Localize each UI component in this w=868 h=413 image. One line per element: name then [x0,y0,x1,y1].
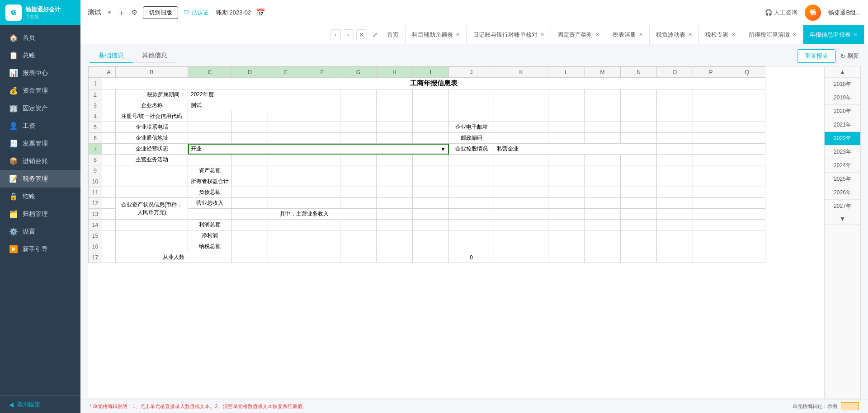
cell-B8[interactable]: 主营业务活动 [116,155,188,165]
sidebar-item-archive[interactable]: 🗂️归档管理 [0,205,80,223]
cell-r11-c3[interactable] [232,187,268,198]
cell-r10-c4[interactable] [268,176,304,187]
cell-r16-c6[interactable] [340,241,377,252]
cell-r13-c8[interactable] [413,209,449,220]
year-scroll-down[interactable]: ▼ [825,213,860,225]
cell-r4-c10[interactable] [494,111,548,122]
cell-r14-c7[interactable] [377,220,413,230]
cell-r3-c12[interactable] [585,100,621,111]
cell-r11-c15[interactable] [693,187,729,198]
cell-r9-c12[interactable] [585,165,621,176]
cell-r10-c11[interactable] [548,176,585,187]
cell-r7-c0[interactable] [102,144,116,155]
cell-r11-c1[interactable] [116,187,188,198]
cell-r8-c10[interactable] [494,155,548,165]
cell-r15-c10[interactable] [494,230,548,241]
cell-r3-c10[interactable] [494,100,548,111]
cell-r14-c1[interactable] [116,220,188,230]
sidebar-item-general-ledger[interactable]: 📋总账 [0,47,80,64]
cell-r12-c3[interactable] [232,198,268,209]
tab-aux-balance[interactable]: 科目辅助余额表✕ [406,25,467,44]
sidebar-item-fixed-assets[interactable]: 🏢固定资产 [0,99,80,117]
cell-r17-c14[interactable] [657,252,693,263]
cell-r10-c7[interactable] [377,176,413,187]
topbar-add-icon[interactable]: ＋ [118,7,126,18]
cell-r16-c9[interactable] [449,241,494,252]
cell-r6-c6[interactable] [340,133,377,144]
cell-r8-c12[interactable] [585,155,621,165]
cell-r13-c16[interactable] [729,209,765,220]
cell-r2-c0[interactable] [102,89,116,100]
year-item-2027年[interactable]: 2027年 [825,200,860,213]
business-status-dropdown[interactable]: 开业▼ [191,145,446,153]
cell-r13-c14[interactable] [657,209,693,220]
cell-r9-c6[interactable] [340,165,377,176]
cell-r12-c6[interactable] [340,198,377,209]
cell-r15-c5[interactable] [304,230,340,241]
cell-r12-c16[interactable] [729,198,765,209]
topbar-settings-icon[interactable]: ⚙ [131,8,137,17]
calendar-icon[interactable]: 📅 [256,8,265,17]
year-item-2021年[interactable]: 2021年 [825,118,860,132]
cell-r17-c5[interactable] [304,252,340,263]
cell-r8-c11[interactable] [548,155,585,165]
cell-C3[interactable]: 测试 [188,100,304,111]
cell-r12-c14[interactable] [657,198,693,209]
cell-C7[interactable]: 开业▼ [188,144,449,155]
cell-r2-c13[interactable] [621,89,657,100]
tab-close-tax-expert[interactable]: ✕ [731,32,736,38]
cell-r5-c5[interactable] [304,122,340,133]
cell-r9-c4[interactable] [268,165,304,176]
sub-tab-other[interactable]: 其他信息 [133,49,176,63]
cell-r17-c11[interactable] [548,252,585,263]
cell-r3-c6[interactable] [340,100,377,111]
cell-r5-c10[interactable] [494,122,548,133]
cell-r9-c15[interactable] [693,165,729,176]
cell-r6-c4[interactable] [268,133,304,144]
cell-r4-c4[interactable] [268,111,304,122]
cell-r2-c9[interactable] [449,89,494,100]
cell-r10-c13[interactable] [621,176,657,187]
cell-r15-c11[interactable] [548,230,585,241]
cell-C10[interactable]: 所有者权益合计 [188,176,232,187]
cell-r11-c4[interactable] [268,187,304,198]
cell-r3-c14[interactable] [657,100,693,111]
cell-r8-c14[interactable] [657,155,693,165]
cell-r10-c8[interactable] [413,176,449,187]
switch-version-button[interactable]: 切到旧版 [143,6,178,19]
cell-r4-c11[interactable] [548,111,585,122]
cell-r13-c9[interactable] [449,209,494,220]
service-button[interactable]: 🎧 人工咨询 [765,9,797,17]
cell-r15-c13[interactable] [621,230,657,241]
cell-r8-c0[interactable] [102,155,116,165]
cell-r14-c6[interactable] [340,220,377,230]
cell-r16-c8[interactable] [413,241,449,252]
cell-r11-c16[interactable] [729,187,765,198]
cell-r12-c10[interactable] [494,198,548,209]
cell-r13-c11[interactable] [548,209,585,220]
cell-r8-c7[interactable] [377,155,413,165]
topbar-dropdown-icon[interactable]: ▼ [107,9,112,16]
cell-r5-c8[interactable] [413,122,449,133]
tab-journal[interactable]: 日记账与银行对账单核对✕ [467,25,551,44]
cell-r5-c3[interactable] [232,122,268,133]
cell-B17[interactable]: 从业人数 [116,252,232,263]
cell-r15-c0[interactable] [102,230,116,241]
cell-r16-c11[interactable] [548,241,585,252]
cell-r5-c13[interactable] [621,122,657,133]
sub-tab-basic[interactable]: 基础信息 [90,49,133,63]
year-item-2022年[interactable]: 2022年 [825,132,860,145]
cell-r11-c6[interactable] [340,187,377,198]
sidebar-item-purchase-sale[interactable]: 📦进销台账 [0,152,80,170]
cell-r6-c10[interactable] [494,133,548,144]
sidebar-item-invoice-mgmt[interactable]: 🧾发票管理 [0,135,80,152]
cell-r9-c13[interactable] [621,165,657,176]
cell-r2-c14[interactable] [657,89,693,100]
tab-tax-fluctuation[interactable]: 税负波动表✕ [650,25,699,44]
cell-r6-c2[interactable] [188,133,232,144]
cell-r17-c6[interactable] [340,252,377,263]
cell-r3-c7[interactable] [377,100,413,111]
cell-r5-c0[interactable] [102,122,116,133]
cell-r10-c6[interactable] [340,176,377,187]
tab-annual-report[interactable]: 年报信息申报表✕ [803,25,864,44]
